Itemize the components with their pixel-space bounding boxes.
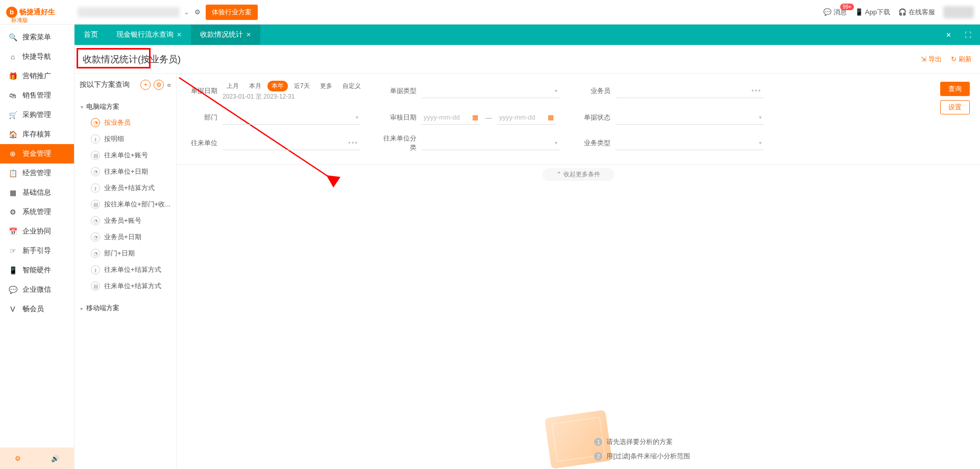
settings-icon[interactable]: ⚙ bbox=[15, 455, 21, 462]
experience-button[interactable]: 体验行业方案 bbox=[206, 5, 258, 20]
fullscreen-icon[interactable]: ⛶ bbox=[961, 28, 975, 42]
biz-type-select[interactable]: ▾ bbox=[616, 136, 764, 150]
scheme-item-10[interactable]: ▤往来单位+结算方式 bbox=[75, 278, 176, 294]
biz-person-input[interactable]: ••• bbox=[616, 84, 764, 98]
collapse-panel-icon[interactable]: « bbox=[167, 81, 171, 89]
scheme-group-desktop[interactable]: ▾ 电脑端方案 bbox=[75, 99, 176, 114]
user-avatar[interactable] bbox=[943, 6, 974, 18]
scheme-item-7[interactable]: ◔业务员+日期 bbox=[75, 229, 176, 245]
scheme-panel: 按以下方案查询 + ⚙ « ▾ 电脑端方案 ◔按业务员⫿按明细▤往来单位+账号◔ bbox=[75, 74, 177, 469]
collapse-filters-button[interactable]: ⌃ 收起更多条件 bbox=[543, 168, 614, 181]
sidebar-icon: 💬 bbox=[8, 286, 17, 294]
empty-state: 1请先选择要分析的方案 2用[过滤]条件来缩小分析范围 bbox=[177, 184, 980, 469]
tab-close-icon[interactable]: ✕ bbox=[177, 31, 182, 38]
partner-cat-select[interactable]: ▾ bbox=[422, 136, 559, 150]
scheme-item-label: 业务员+结算方式 bbox=[104, 183, 155, 193]
query-button[interactable]: 查询 bbox=[940, 82, 970, 96]
dept-select[interactable]: ▾ bbox=[223, 110, 360, 125]
scheme-header: 按以下方案查询 + ⚙ « bbox=[75, 74, 176, 96]
online-service-link[interactable]: 🎧 在线客服 bbox=[898, 8, 935, 17]
volume-icon[interactable]: 🔊 bbox=[51, 455, 59, 462]
scheme-item-5[interactable]: ▤按往来单位+部门+收... bbox=[75, 196, 176, 213]
gear-icon[interactable]: ⚙ bbox=[194, 8, 201, 16]
bill-status-select[interactable]: ▾ bbox=[616, 110, 764, 125]
close-all-tabs-icon[interactable]: ✕ bbox=[941, 28, 955, 42]
sidebar-item-1[interactable]: ⌂快捷导航 bbox=[0, 47, 74, 66]
tab-0[interactable]: 首页 bbox=[75, 25, 107, 45]
date-pill[interactable]: 自定义 bbox=[338, 81, 365, 91]
tab-2[interactable]: 收款情况统计✕ bbox=[191, 25, 260, 45]
tab-close-icon[interactable]: ✕ bbox=[246, 31, 251, 38]
sidebar-item-5[interactable]: 🏠库存核算 bbox=[0, 125, 74, 144]
scheme-item-2[interactable]: ▤往来单位+账号 bbox=[75, 147, 176, 163]
scheme-item-0[interactable]: ◔按业务员 bbox=[75, 114, 176, 131]
sidebar-item-9[interactable]: ⚙系统管理 bbox=[0, 202, 74, 222]
scheme-item-9[interactable]: ⫿往来单位+结算方式 bbox=[75, 262, 176, 278]
scheme-group-mobile[interactable]: ▸ 移动端方案 bbox=[75, 300, 176, 316]
scheme-group-label: 电脑端方案 bbox=[86, 102, 119, 111]
sidebar-item-3[interactable]: 🛍销售管理 bbox=[0, 86, 74, 105]
scheme-item-label: 按明细 bbox=[104, 134, 124, 144]
sidebar-item-label: 库存核算 bbox=[22, 130, 51, 139]
sidebar-icon: ⚙ bbox=[8, 208, 17, 216]
logo-subtitle: 标准版 bbox=[11, 16, 28, 24]
scheme-item-1[interactable]: ⫿按明细 bbox=[75, 131, 176, 147]
partner-input[interactable]: ••• bbox=[223, 136, 360, 150]
sidebar-icon: 🛒 bbox=[8, 111, 17, 119]
sidebar-item-13[interactable]: 💬企业微信 bbox=[0, 280, 74, 299]
audit-date-to[interactable]: yyyy-mm-dd▦ bbox=[497, 110, 556, 125]
sidebar-icon: 📱 bbox=[8, 266, 17, 274]
sidebar-item-0[interactable]: 🔍搜索菜单 bbox=[0, 28, 74, 47]
tab-1[interactable]: 现金银行流水查询✕ bbox=[107, 25, 191, 45]
sidebar-item-7[interactable]: 📋经营管理 bbox=[0, 163, 74, 183]
sidebar-item-14[interactable]: V畅会员 bbox=[0, 299, 74, 319]
scheme-item-label: 按业务员 bbox=[104, 118, 131, 127]
add-scheme-button[interactable]: + bbox=[140, 80, 151, 90]
sidebar: 🔍搜索菜单⌂快捷导航🎁营销推广🛍销售管理🛒采购管理🏠库存核算⊕资金管理📋经营管理… bbox=[0, 25, 75, 469]
more-icon: ••• bbox=[348, 139, 358, 147]
app-download-link[interactable]: 📱 App下载 bbox=[855, 8, 890, 17]
sidebar-icon: 🔍 bbox=[8, 33, 17, 41]
sidebar-item-label: 搜索菜单 bbox=[22, 33, 51, 42]
app-download-label: App下载 bbox=[865, 8, 890, 17]
date-pill[interactable]: 本年 bbox=[267, 81, 288, 91]
sidebar-item-label: 系统管理 bbox=[22, 207, 51, 217]
scheme-item-label: 往来单位+结算方式 bbox=[104, 265, 161, 274]
date-pill[interactable]: 更多 bbox=[316, 81, 336, 91]
sidebar-item-6[interactable]: ⊕资金管理 bbox=[0, 144, 74, 163]
sidebar-footer: ⚙ 🔊 bbox=[0, 448, 74, 469]
sidebar-item-4[interactable]: 🛒采购管理 bbox=[0, 105, 74, 125]
scheme-settings-button[interactable]: ⚙ bbox=[154, 80, 164, 90]
sidebar-item-12[interactable]: 📱智能硬件 bbox=[0, 261, 74, 280]
sidebar-icon: 🎁 bbox=[8, 72, 17, 80]
scheme-item-label: 往来单位+日期 bbox=[104, 167, 148, 176]
scheme-item-8[interactable]: ◔部门+日期 bbox=[75, 245, 176, 262]
online-service-label: 在线客服 bbox=[909, 8, 935, 17]
settings-button[interactable]: 设置 bbox=[940, 100, 970, 114]
company-selector[interactable]: ⌄ bbox=[78, 7, 189, 17]
sidebar-item-label: 营销推广 bbox=[22, 72, 51, 81]
caret-down-icon: ▾ bbox=[81, 104, 83, 110]
bill-type-select[interactable]: ▾ bbox=[422, 84, 559, 98]
partner-label: 往来单位 bbox=[182, 138, 223, 148]
messages-link[interactable]: 💬 消息 99+ bbox=[823, 8, 847, 17]
sidebar-item-10[interactable]: 📅企业协同 bbox=[0, 222, 74, 241]
audit-date-from[interactable]: yyyy-mm-dd▦ bbox=[422, 110, 480, 125]
export-button[interactable]: ⇲导出 bbox=[921, 55, 942, 64]
sidebar-icon: 📅 bbox=[8, 227, 17, 236]
date-pill[interactable]: 近7天 bbox=[290, 81, 314, 91]
sidebar-item-8[interactable]: ▦基础信息 bbox=[0, 183, 74, 202]
refresh-button[interactable]: ↻刷新 bbox=[951, 55, 972, 64]
sidebar-item-11[interactable]: ☞新手引导 bbox=[0, 241, 74, 261]
sidebar-item-2[interactable]: 🎁营销推广 bbox=[0, 66, 74, 86]
chevron-down-icon: ▾ bbox=[759, 114, 762, 120]
scheme-item-3[interactable]: ◔往来单位+日期 bbox=[75, 163, 176, 180]
scheme-item-6[interactable]: ◔业务员+账号 bbox=[75, 213, 176, 229]
message-icon: 💬 bbox=[823, 8, 831, 16]
date-pill[interactable]: 本月 bbox=[245, 81, 265, 91]
date-pill[interactable]: 上月 bbox=[223, 81, 243, 91]
scheme-item-icon: ⫿ bbox=[91, 183, 100, 193]
scheme-item-4[interactable]: ⫿业务员+结算方式 bbox=[75, 180, 176, 196]
tab-label: 现金银行流水查询 bbox=[116, 30, 174, 39]
scheme-item-label: 往来单位+账号 bbox=[104, 151, 148, 160]
